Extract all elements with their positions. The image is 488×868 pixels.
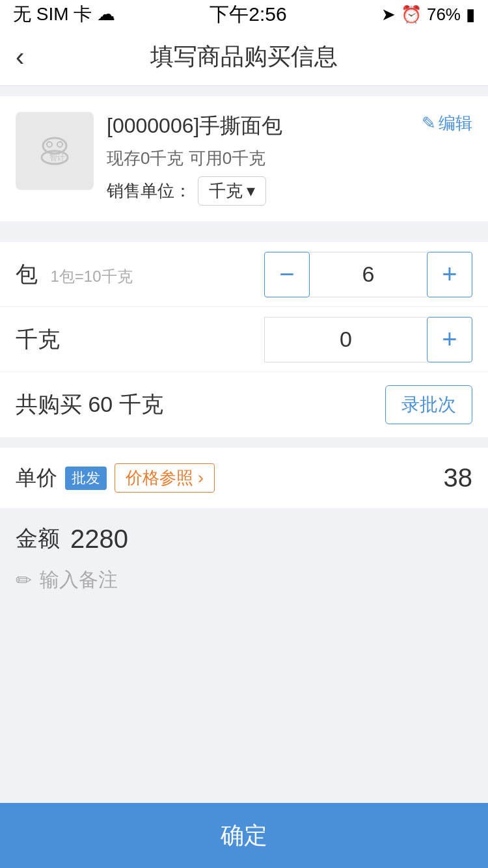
product-header: [0000006]手撕面包 ✎ 编辑 xyxy=(107,112,472,141)
product-info: [0000006]手撕面包 ✎ 编辑 现存0千克 可用0千克 销售单位： 千克 … xyxy=(107,112,472,206)
unit-price-text: 单价 xyxy=(16,464,57,493)
amount-value: 2280 xyxy=(70,524,128,554)
divider-1 xyxy=(0,221,488,232)
quantity-section: 包 1包=10千克 − + 千克 + xyxy=(0,242,488,372)
location-icon: ➤ xyxy=(381,5,396,25)
product-logo-icon: 智计 xyxy=(35,131,74,170)
status-right: ➤ ⏰ 76% ▮ xyxy=(381,5,475,25)
alarm-icon: ⏰ xyxy=(401,5,422,25)
dropdown-icon: ▾ xyxy=(247,181,255,201)
divider-2 xyxy=(0,437,488,448)
sim-status: 无 SIM 卡 ☁ xyxy=(13,2,115,27)
edit-button[interactable]: ✎ 编辑 xyxy=(422,112,472,135)
amount-section: 金额 2280 ✏ 输入备注 xyxy=(0,508,488,609)
batch-button[interactable]: 录批次 xyxy=(385,385,472,424)
status-left: 无 SIM 卡 ☁ xyxy=(13,2,115,27)
bao-label: 包 1包=10千克 xyxy=(16,260,264,290)
kg-label: 千克 xyxy=(16,325,264,355)
battery-text: 76% xyxy=(427,5,461,25)
remark-row[interactable]: ✏ 输入备注 xyxy=(16,567,472,593)
bao-hint: 1包=10千克 xyxy=(50,267,132,285)
bao-quantity-control: − + xyxy=(264,252,472,297)
unit-select[interactable]: 千克 ▾ xyxy=(198,176,266,206)
status-bar: 无 SIM 卡 ☁ 下午2:56 ➤ ⏰ 76% ▮ xyxy=(0,0,488,29)
amount-row: 金额 2280 xyxy=(16,524,472,554)
page-title: 填写商品购买信息 xyxy=(150,41,338,73)
total-text: 共购买 60 千克 xyxy=(16,390,163,420)
bao-minus-button[interactable]: − xyxy=(264,252,310,297)
kg-row: 千克 + xyxy=(0,307,488,372)
kg-plus-button[interactable]: + xyxy=(427,317,472,362)
kg-quantity-control: + xyxy=(264,317,472,362)
nav-bar: ‹ 填写商品购买信息 xyxy=(0,29,488,86)
svg-point-2 xyxy=(57,142,62,147)
bao-row: 包 1包=10千克 − + xyxy=(0,242,488,307)
product-section: 智计 [0000006]手撕面包 ✎ 编辑 现存0千克 可用0千克 销售单位： … xyxy=(0,96,488,221)
product-name: [0000006]手撕面包 xyxy=(107,112,422,141)
status-time: 下午2:56 xyxy=(210,1,286,28)
unit-label: 销售单位： xyxy=(107,180,191,202)
total-row: 共购买 60 千克 录批次 xyxy=(0,372,488,437)
price-section: 单价 批发 价格参照 › 38 xyxy=(0,448,488,508)
amount-label: 金额 xyxy=(16,524,60,554)
price-label: 单价 批发 价格参照 › xyxy=(16,463,215,493)
bao-plus-button[interactable]: + xyxy=(427,252,472,297)
product-unit-row: 销售单位： 千克 ▾ xyxy=(107,176,472,206)
price-row: 单价 批发 价格参照 › 38 xyxy=(16,463,472,493)
unit-value: 千克 xyxy=(209,180,243,202)
content-area xyxy=(0,609,488,830)
price-ref-button[interactable]: 价格参照 › xyxy=(115,463,215,493)
remark-placeholder: 输入备注 xyxy=(40,567,118,593)
kg-input[interactable] xyxy=(264,317,427,362)
svg-point-1 xyxy=(47,142,52,147)
product-image: 智计 xyxy=(16,112,94,190)
svg-text:智计: 智计 xyxy=(49,153,65,162)
confirm-button[interactable]: 确定 xyxy=(0,803,488,868)
product-stock: 现存0千克 可用0千克 xyxy=(107,147,472,170)
battery-icon: ▮ xyxy=(466,5,475,25)
bao-input[interactable] xyxy=(310,252,427,297)
price-value: 38 xyxy=(444,463,473,493)
back-button[interactable]: ‹ xyxy=(16,42,24,72)
edit-icon: ✎ xyxy=(422,113,436,133)
pencil-icon: ✏ xyxy=(16,569,32,591)
pifa-badge: 批发 xyxy=(65,467,107,490)
